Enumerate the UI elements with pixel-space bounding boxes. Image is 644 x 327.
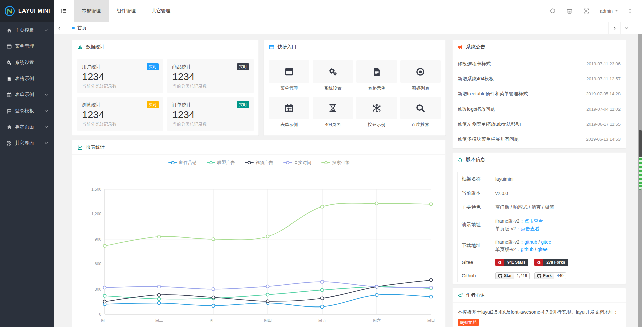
gitee-stars-badge[interactable]: G941 Stars <box>495 259 528 266</box>
realtime-badge: 实时 <box>237 63 249 70</box>
trash-icon[interactable] <box>566 8 573 14</box>
sidebar-item-label: 菜单管理 <box>15 43 34 49</box>
header-nav-tab-2[interactable]: 其它管理 <box>144 0 179 22</box>
github-star-label: Star <box>504 273 512 278</box>
quick-entry-label: 表单示例 <box>269 122 309 128</box>
quick-entry-0[interactable]: 菜单管理 <box>269 60 309 91</box>
github-star-badge[interactable]: Star1,419 <box>495 272 530 279</box>
stat-card-title: 浏览统计 <box>82 102 101 108</box>
panel-title: 作者心语 <box>466 292 485 298</box>
panel-title: 报表统计 <box>86 144 105 150</box>
collapse-sidebar-button[interactable] <box>54 0 74 22</box>
github-fork-badge[interactable]: Fork440 <box>534 272 566 279</box>
sidebar-item-2[interactable]: 系统设置 <box>0 54 54 71</box>
github-fork-label: Fork <box>543 273 552 278</box>
legend-marker <box>321 161 330 164</box>
panel-data-statistics: 数据统计 用户统计实时1234当前分类总记录数商品统计实时1234当前分类总记录… <box>72 40 259 136</box>
quick-entry-7[interactable]: 百度搜索 <box>400 97 441 128</box>
more-options-icon[interactable] <box>627 8 633 14</box>
sidebar-item-label: 主页模板 <box>15 27 34 33</box>
paper-plane-icon <box>458 293 463 298</box>
row-label: 下载地址 <box>458 235 491 256</box>
sidebar-item-7[interactable]: 其它界面 <box>0 135 54 151</box>
user-menu[interactable]: admin <box>600 8 618 14</box>
legend-item-4[interactable]: 搜索引擎 <box>321 160 350 166</box>
quick-entry-5[interactable]: 404页面 <box>313 97 353 128</box>
quick-entry-label: 404页面 <box>313 122 353 128</box>
window-icon <box>7 44 12 49</box>
line-chart-icon <box>78 145 83 150</box>
sidebar: LAYUI MINI 主页模板菜单管理系统设置表格示例表单示例登录模板异常页面其… <box>0 0 54 327</box>
framework-name: layuimini <box>491 172 621 186</box>
legend-marker <box>207 161 215 164</box>
header-nav-tab-1[interactable]: 组件管理 <box>109 0 144 22</box>
tab-home[interactable]: 首页 <box>66 22 93 34</box>
layui-doc-badge[interactable]: layui文档 <box>458 319 479 326</box>
chart-legend: 邮件营销联盟广告视频广告直接访问搜索引擎 <box>72 160 445 166</box>
sidebar-item-4[interactable]: 表单示例 <box>0 87 54 103</box>
sidebar-menu: 主页模板菜单管理系统设置表格示例表单示例登录模板异常页面其它界面 <box>0 22 54 151</box>
gears-icon <box>328 67 337 76</box>
chevron-left-icon <box>57 26 62 30</box>
quick-entry-3[interactable]: 图标列表 <box>400 60 441 91</box>
notice-text: 修复左侧菜单缩放tab无法移动 <box>458 121 521 127</box>
quick-entry-6[interactable]: 按钮示例 <box>356 97 397 128</box>
window-icon <box>285 67 294 76</box>
gitee-forks-badge[interactable]: G278 Forks <box>534 259 568 266</box>
version-table: 框架名称 layuimini 当前版本 v2.0.0 主要特色 零门槛 / 响应… <box>457 172 621 282</box>
quick-entry-4[interactable]: 表单示例 <box>269 97 309 128</box>
realtime-badge: 实时 <box>237 101 249 108</box>
demo-link-spa[interactable]: 点击查看 <box>521 226 539 231</box>
svg-text:周三: 周三 <box>209 318 217 323</box>
download-gitee-link[interactable]: gitee <box>537 247 547 252</box>
chevron-right-icon <box>612 26 617 30</box>
main-content: 数据统计 用户统计实时1234当前分类总记录数商品统计实时1234当前分类总记录… <box>54 34 642 327</box>
nav-tab-label: 其它管理 <box>152 8 170 14</box>
tabs-scroll-left-button[interactable] <box>54 22 65 34</box>
tabs-more-button[interactable] <box>620 22 632 34</box>
legend-item-3[interactable]: 直接访问 <box>283 160 311 166</box>
sidebar-item-0[interactable]: 主页模板 <box>0 22 54 38</box>
legend-item-2[interactable]: 视频广告 <box>245 160 273 166</box>
demo-link-iframe[interactable]: 点击查看 <box>524 218 543 224</box>
scrollbar-track[interactable] <box>638 34 642 327</box>
quick-entry-label: 表格示例 <box>356 85 397 91</box>
droplet-icon <box>458 157 463 162</box>
download-github-link[interactable]: github <box>524 239 537 245</box>
file-icon <box>7 76 12 81</box>
table-row: 演示地址 iframe版-v2：点击查看 单页版-v2：点击查看 <box>458 214 621 235</box>
quick-entry-2[interactable]: 表格示例 <box>356 60 397 91</box>
flag-icon <box>7 109 12 114</box>
notice-text: 新增treetable插件和菜单管理样式 <box>458 91 528 97</box>
fullscreen-icon[interactable] <box>583 8 589 14</box>
tabs-scroll-right-button[interactable] <box>608 22 620 34</box>
download-line-prefix: iframe版-v2： <box>495 239 524 245</box>
octocat-icon <box>498 274 502 278</box>
table-row: 下载地址 iframe版-v2：github / gitee 单页版-v2：gi… <box>458 235 621 256</box>
author-text: 本模板基于layui2.5.4以及font-awesome-4.7.0进行实现。… <box>453 303 626 327</box>
github-fork-count: 440 <box>554 272 566 279</box>
svg-text:周二: 周二 <box>155 318 163 323</box>
sidebar-item-3[interactable]: 表格示例 <box>0 71 54 87</box>
notice-item-1: 新增系统404模板2019-07-11 12:57 <box>458 71 621 86</box>
header-nav-tab-0[interactable]: 常规管理 <box>74 0 109 22</box>
stat-card-value: 1234 <box>172 109 249 120</box>
scrollbar-thumb[interactable] <box>639 130 642 190</box>
user-name: admin <box>600 8 613 14</box>
sidebar-item-label: 表格示例 <box>15 76 34 82</box>
stat-card-title: 商品统计 <box>172 64 191 70</box>
chevron-down-icon <box>44 93 48 97</box>
quick-entry-1[interactable]: 系统设置 <box>313 60 353 91</box>
download-gitee-link[interactable]: gitee <box>541 239 551 245</box>
sidebar-item-5[interactable]: 登录模板 <box>0 103 54 119</box>
tab-home-label: 首页 <box>77 25 87 31</box>
svg-text:0: 0 <box>99 312 101 317</box>
legend-item-0[interactable]: 邮件营销 <box>168 160 197 166</box>
sidebar-item-6[interactable]: 异常页面 <box>0 119 54 135</box>
refresh-icon[interactable] <box>550 8 556 14</box>
legend-item-1[interactable]: 联盟广告 <box>207 160 235 166</box>
download-github-link[interactable]: github <box>521 247 533 252</box>
github-star-count: 1,419 <box>514 272 530 279</box>
svg-text:600: 600 <box>95 262 101 267</box>
sidebar-item-1[interactable]: 菜单管理 <box>0 38 54 54</box>
